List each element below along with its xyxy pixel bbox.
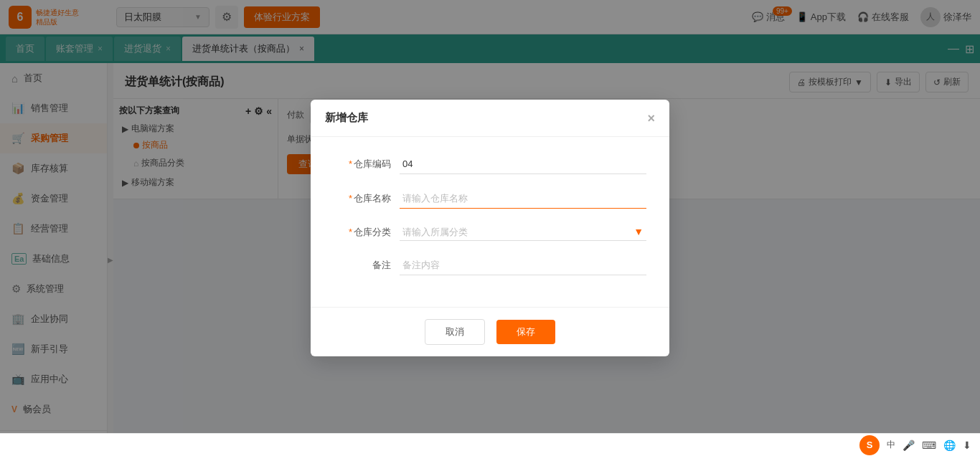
code-input[interactable] [400,154,646,174]
bottom-globe-icon[interactable]: 🌐 [943,440,956,451]
category-select[interactable]: 请输入所属分类 [402,227,633,237]
modal-header: 新增仓库 × [311,100,669,137]
cancel-button[interactable]: 取消 [425,319,485,345]
modal-close-button[interactable]: × [647,112,655,125]
bottom-down-icon[interactable]: ⬇ [963,440,971,451]
bottom-keyboard-icon[interactable]: ⌨ [922,440,936,451]
name-input[interactable] [400,189,646,209]
form-row-note: 备注 [334,255,646,275]
bottom-logo: S [859,435,880,455]
add-warehouse-modal: 新增仓库 × 仓库编码 仓库名称 仓库分类 请输入所属分类 ▼ [311,100,669,356]
modal-footer: 取消 保存 [311,307,669,356]
form-row-category: 仓库分类 请输入所属分类 ▼ [334,223,646,241]
save-button[interactable]: 保存 [496,320,555,344]
category-arrow-icon: ▼ [633,226,644,237]
modal-title: 新增仓库 [325,111,368,125]
name-label: 仓库名称 [334,192,391,205]
form-row-code: 仓库编码 [334,154,646,174]
form-row-name: 仓库名称 [334,189,646,209]
bottom-mic-icon[interactable]: 🎤 [903,440,915,451]
note-input[interactable] [400,255,646,275]
bottom-statusbar: S 中 🎤 ⌨ 🌐 ⬇ [0,433,980,456]
category-label: 仓库分类 [334,226,391,239]
category-select-wrapper: 请输入所属分类 ▼ [400,223,646,241]
code-label: 仓库编码 [334,158,391,171]
modal-overlay: 新增仓库 × 仓库编码 仓库名称 仓库分类 请输入所属分类 ▼ [0,0,980,456]
modal-body: 仓库编码 仓库名称 仓库分类 请输入所属分类 ▼ 备注 [311,137,669,307]
bottom-zh-icon[interactable]: 中 [887,439,895,451]
note-label: 备注 [334,259,391,272]
